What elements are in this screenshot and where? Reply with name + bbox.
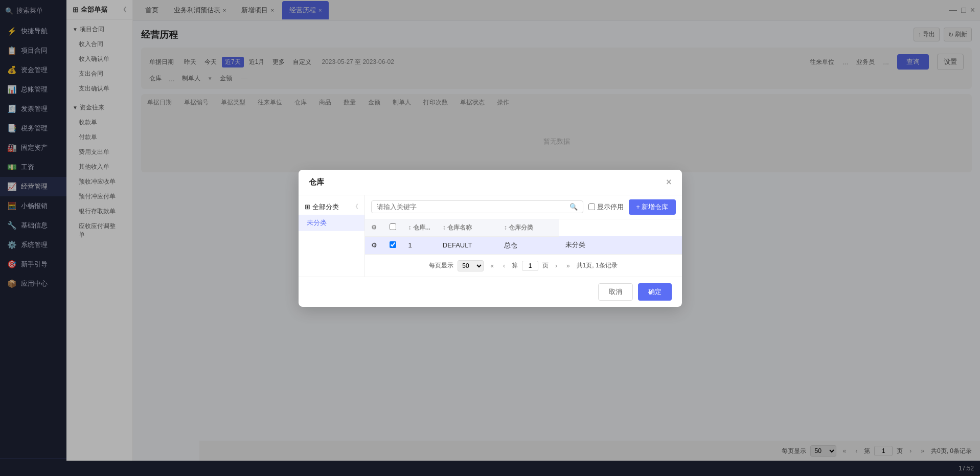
add-warehouse-button[interactable]: + 新增仓库 bbox=[629, 199, 675, 215]
modal-footer: 取消 确定 bbox=[299, 277, 682, 307]
show-disabled-checkbox[interactable] bbox=[588, 203, 595, 210]
modal-page-size-select[interactable]: 50 100 bbox=[458, 260, 484, 271]
col-check-header bbox=[383, 219, 402, 237]
row-id: 1 bbox=[402, 236, 437, 254]
select-all-checkbox[interactable] bbox=[390, 223, 396, 230]
col-gear-header: ⚙ bbox=[365, 219, 383, 237]
modal-left-panel: ⊞ 全部分类 《 未分类 bbox=[299, 195, 365, 277]
modal-right-panel: 🔍 显示停用 + 新增仓库 ⚙ bbox=[365, 195, 682, 277]
warehouse-table-body: ⚙ 1 DEFAULT 总仓 未分类 bbox=[365, 236, 682, 254]
modal-title: 仓库 bbox=[309, 177, 324, 187]
grid-icon-modal: ⊞ bbox=[305, 203, 310, 211]
warehouse-table: ⚙ ↕ 仓库... ↕ 仓库名称 bbox=[365, 219, 682, 255]
modal-toolbar: 🔍 显示停用 + 新增仓库 bbox=[365, 195, 682, 219]
modal-first-page[interactable]: « bbox=[488, 261, 496, 270]
modal-search-input[interactable] bbox=[377, 203, 567, 211]
row-code: DEFAULT bbox=[437, 236, 498, 254]
cancel-button[interactable]: 取消 bbox=[598, 283, 633, 301]
modal-body: ⊞ 全部分类 《 未分类 🔍 显示停用 bbox=[299, 195, 682, 277]
modal-header: 仓库 × bbox=[299, 170, 682, 195]
modal-search-icon: 🔍 bbox=[569, 203, 578, 211]
row-check[interactable] bbox=[383, 236, 402, 254]
modal-page-input[interactable] bbox=[522, 261, 538, 271]
table-row[interactable]: ⚙ 1 DEFAULT 总仓 未分类 bbox=[365, 236, 682, 254]
modal-search-box: 🔍 bbox=[371, 200, 584, 213]
modal-left-item-uncategorized[interactable]: 未分类 bbox=[299, 215, 364, 231]
show-disabled-label: 显示停用 bbox=[588, 202, 624, 212]
row-name: 总仓 bbox=[498, 236, 559, 254]
modal-next-page[interactable]: › bbox=[553, 261, 560, 270]
row-gear[interactable]: ⚙ bbox=[365, 236, 383, 254]
modal-close-button[interactable]: × bbox=[666, 177, 672, 188]
gear-icon-header[interactable]: ⚙ bbox=[371, 224, 377, 231]
row-category: 未分类 bbox=[559, 236, 682, 254]
col-name-header[interactable]: ↕ 仓库名称 bbox=[437, 219, 498, 237]
col-category-header[interactable]: ↕ 仓库分类 bbox=[498, 219, 559, 237]
modal-left-collapse-icon[interactable]: 《 bbox=[352, 202, 358, 211]
modal-table: ⚙ ↕ 仓库... ↕ 仓库名称 bbox=[365, 219, 682, 255]
confirm-button[interactable]: 确定 bbox=[638, 283, 672, 301]
modal-left-all-category[interactable]: ⊞ 全部分类 《 bbox=[299, 199, 364, 215]
modal-table-footer: 每页显示 50 100 « ‹ 算 页 › » 共1页, 1条记录 bbox=[365, 255, 682, 277]
modal-prev-page[interactable]: ‹ bbox=[500, 261, 508, 270]
modal-overlay: 仓库 × ⊞ 全部分类 《 未分类 bbox=[0, 0, 980, 476]
modal-last-page[interactable]: » bbox=[564, 261, 573, 270]
warehouse-modal: 仓库 × ⊞ 全部分类 《 未分类 bbox=[299, 170, 682, 307]
gear-row-icon: ⚙ bbox=[371, 241, 377, 249]
row-checkbox[interactable] bbox=[390, 241, 396, 248]
col-id-header[interactable]: ↕ 仓库... bbox=[402, 219, 437, 237]
